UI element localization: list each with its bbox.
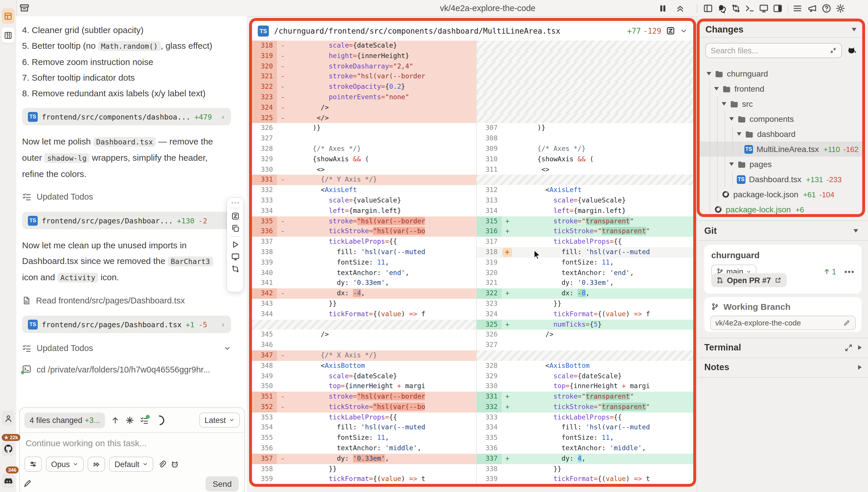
diff-line-335: 335- stroke="hsl(var(--border <box>252 216 476 226</box>
more-menu-icon[interactable]: ••• <box>844 267 855 276</box>
tool-call-row[interactable]: Read frontend/src/pages/Dashboard.tsx <box>22 294 231 307</box>
rail-discord-button[interactable] <box>2 473 15 489</box>
file-change-chip[interactable]: TSfrontend/src/components/dashboa...+479… <box>22 108 231 125</box>
diff-line-325: 325+ numTicks={5} <box>476 319 693 330</box>
tree-item-multilinearea.tsx[interactable]: TSMultiLineArea.tsx+110-162 <box>700 142 862 157</box>
file-change-chip[interactable]: TSfrontend/src/pages/Dashboar...+130-2 <box>22 212 231 229</box>
model-dropdown[interactable]: Opus <box>46 457 84 472</box>
menu-icon[interactable] <box>793 3 802 13</box>
tool-call-row[interactable]: Updated Todos <box>22 190 231 203</box>
diff-line-308: 308 <box>476 133 693 144</box>
diff-row: 344 tickFormat={(value) => f324 tickForm… <box>252 309 693 319</box>
expand-icon[interactable] <box>845 344 852 351</box>
version-dropdown[interactable]: Latest <box>199 413 240 427</box>
terminal-icon[interactable] <box>745 3 755 13</box>
tree-item-pages[interactable]: pages <box>700 157 862 172</box>
diff-line-spacer <box>476 51 693 62</box>
tree-item-frontend[interactable]: frontend <box>700 81 862 96</box>
cat-icon[interactable] <box>170 460 180 468</box>
triangle-down-icon <box>714 87 719 91</box>
composer-divider <box>20 432 244 433</box>
archive-icon[interactable] <box>19 3 30 13</box>
tree-item-package-lock.json[interactable]: package-lock.json+61-104 <box>700 187 862 202</box>
file-change-chip[interactable]: TSfrontend/src/pages/Dashboard.tsx+1-5› <box>22 316 231 333</box>
tree-item-src[interactable]: src <box>700 96 862 112</box>
rail-layout-button-active[interactable] <box>2 8 15 24</box>
working-branch-card: Working Branch vk/4e2a-explore-the-code <box>704 297 862 332</box>
edit-pencil-icon[interactable] <box>843 319 850 327</box>
arrow-up-icon[interactable] <box>111 416 120 424</box>
fast-forward-button[interactable] <box>88 457 105 472</box>
monitor-icon[interactable] <box>759 3 769 13</box>
rail-github-button[interactable] <box>2 441 15 456</box>
diff-line-355: 355 fontSize: 11, <box>252 433 476 444</box>
diff-line-337: 337+ dy: 4, <box>476 454 693 464</box>
panel-left-icon[interactable] <box>703 3 713 13</box>
rail-kanban-button[interactable] <box>2 27 15 43</box>
spark-icon[interactable] <box>126 416 134 424</box>
settings-sliders-button[interactable] <box>24 457 42 472</box>
todos-green-dot <box>146 415 150 419</box>
play-icon[interactable] <box>231 240 239 249</box>
files-changed-chip[interactable]: 4 files changed+3... <box>24 412 105 428</box>
mode-dropdown[interactable]: Default <box>110 457 154 472</box>
diff-row: 329 {showAxis && (310 {showAxis && ( <box>252 154 693 165</box>
chevron-down-icon[interactable] <box>680 27 687 34</box>
package-lock-icon <box>714 205 722 214</box>
tree-item-package-lock.json[interactable]: package-lock.json+6 <box>700 202 862 217</box>
chevrons-up-icon[interactable] <box>675 3 685 13</box>
copy-icon[interactable] <box>231 224 239 233</box>
search-row: Search files... <box>705 43 857 58</box>
rail-account-button[interactable] <box>2 411 15 426</box>
diff-view-icon[interactable] <box>231 212 239 220</box>
git-compare-icon[interactable] <box>731 3 741 13</box>
diff-row: 343 }}323 }} <box>252 299 693 309</box>
more-dots-icon[interactable] <box>231 201 239 204</box>
tree-item-dashboard[interactable]: dashboard <box>700 126 862 142</box>
attachment-paperclip-icon[interactable] <box>157 460 166 468</box>
diff-mode-icon[interactable] <box>666 26 675 35</box>
triangle-down-icon <box>853 229 858 233</box>
tree-item-churnguard[interactable]: churnguard <box>700 66 862 81</box>
diff-line-321: 321 dy: '0.33em', <box>476 278 693 289</box>
inline-code: BarChart3 <box>168 256 213 266</box>
diff-line-320: 320 textAnchor: 'end', <box>476 268 693 278</box>
pen-icon[interactable] <box>23 479 32 487</box>
tool-call-row[interactable]: cd /private/var/folders/10/h7w0q46556ggr… <box>22 363 231 376</box>
cat-icon[interactable] <box>846 46 857 55</box>
git-compare-icon[interactable] <box>231 265 239 273</box>
folder-icon <box>730 100 738 107</box>
diff-row: 350 top={innerHeight + margi330 top={inn… <box>252 382 693 392</box>
send-button[interactable]: Send <box>206 476 239 491</box>
diff-line-spacer <box>476 175 693 186</box>
diff-line-346: 346 <box>252 340 476 350</box>
message-input[interactable]: Continue working on this task... <box>26 438 147 448</box>
diff-line-326: 326 /> <box>476 330 693 340</box>
chevron-down-icon[interactable] <box>224 344 231 352</box>
todos-status-icon[interactable] <box>140 416 149 424</box>
megaphone-icon[interactable] <box>807 3 818 13</box>
monitor-icon[interactable] <box>231 252 239 261</box>
tool-call-row[interactable]: Updated Todos <box>22 342 231 354</box>
pause-icon[interactable] <box>658 3 668 13</box>
help-icon[interactable] <box>822 3 831 13</box>
panel-right-filled-icon[interactable] <box>773 3 783 13</box>
git-section-header[interactable]: Git <box>697 223 868 239</box>
add-comment-button[interactable]: + <box>502 248 512 257</box>
diff-row: 325- </> <box>252 113 693 123</box>
collapse-icon[interactable] <box>830 47 837 54</box>
settings-gear-icon[interactable] <box>836 3 845 13</box>
diff-panel-annotated: TS /churnguard/frontend/src/components/d… <box>249 18 696 487</box>
notes-section-header[interactable]: Notes <box>697 359 868 375</box>
tree-item-components[interactable]: components <box>700 112 862 126</box>
working-branch-input[interactable]: vk/4e2a-explore-the-code <box>710 316 856 330</box>
doc-icon <box>22 296 31 305</box>
chat-bubbles-icon[interactable] <box>717 3 727 13</box>
tree-item-dashboard.tsx[interactable]: TSDashboard.tsx+131-233 <box>700 172 862 187</box>
changes-header[interactable]: Changes <box>700 22 862 38</box>
search-files-input[interactable]: Search files... <box>705 43 842 58</box>
open-pr-button[interactable]: Open PR #7 <box>711 273 787 287</box>
terminal-section-header[interactable]: Terminal <box>697 339 868 356</box>
diff-line-314: 314 left={margin.left} <box>476 206 693 216</box>
diff-line-317: 317 tickLabelProps={{ <box>476 237 693 247</box>
